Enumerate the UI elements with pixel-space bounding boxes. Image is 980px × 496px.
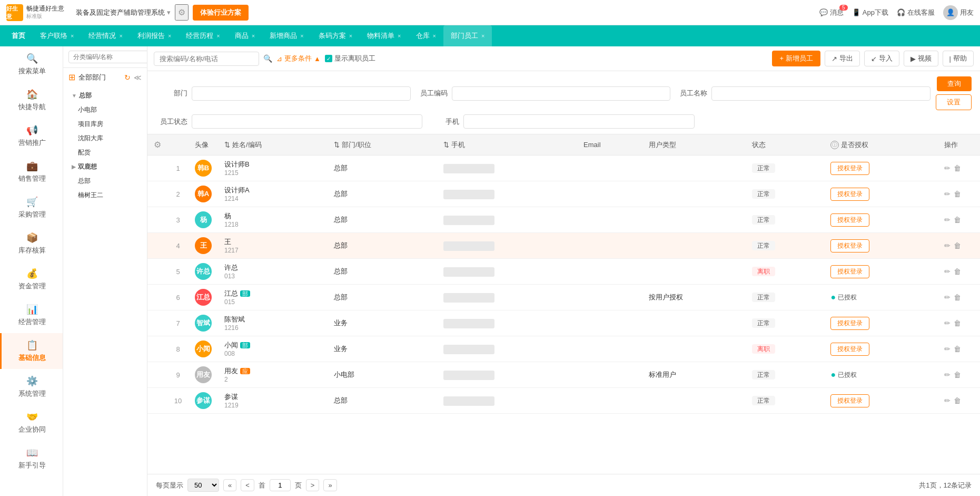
page-input[interactable]	[270, 479, 291, 491]
delete-button[interactable]: 🗑	[954, 267, 961, 276]
auth-button[interactable]: 授权登录	[830, 213, 869, 227]
prev-page-button[interactable]: <	[241, 479, 254, 491]
tab-goods[interactable]: 商品 ×	[227, 25, 262, 46]
sidebar-item-sales[interactable]: 💼 销售管理	[0, 154, 63, 190]
status-select[interactable]	[192, 114, 422, 129]
dept-node-xiangmukufang[interactable]: 项目库房	[63, 117, 147, 131]
show-resigned-toggle[interactable]: ✓ 显示离职员工	[325, 54, 375, 63]
emp-code-input[interactable]	[452, 86, 671, 101]
sidebar-item-finance[interactable]: 💰 资金管理	[0, 261, 63, 297]
close-icon[interactable]: ×	[300, 33, 303, 39]
close-icon[interactable]: ×	[481, 33, 484, 39]
dept-select[interactable]	[192, 86, 411, 101]
edit-button[interactable]: ✏	[944, 164, 951, 172]
delete-button[interactable]: 🗑	[954, 241, 961, 250]
online-service-button[interactable]: 🎧 在线客服	[897, 8, 935, 17]
tab-profit[interactable]: 利润报告 ×	[130, 25, 179, 46]
tab-bom[interactable]: 物料清单 ×	[360, 25, 408, 46]
dept-all-item[interactable]: ⊞ 全部部门 ↻ ≪	[63, 68, 147, 86]
auth-button[interactable]: 授权登录	[830, 265, 869, 278]
edit-button[interactable]: ✏	[944, 319, 951, 327]
dept-node-shuanglu[interactable]: ▶ 双鹿想	[63, 160, 147, 174]
dept-node-shenyangdaku[interactable]: 沈阳大库	[63, 131, 147, 145]
delete-button[interactable]: 🗑	[954, 293, 961, 302]
dept-node-xiaodibu[interactable]: 小电部	[63, 103, 147, 117]
tab-warehouse[interactable]: 仓库 ×	[409, 25, 443, 46]
dept-node-peihuo[interactable]: 配货	[63, 145, 147, 160]
edit-button[interactable]: ✏	[944, 345, 951, 353]
trial-button[interactable]: 体验行业方案	[193, 5, 249, 21]
edit-button[interactable]: ✏	[944, 216, 951, 224]
delete-button[interactable]: 🗑	[954, 345, 961, 353]
dept-node-zongbu-parent[interactable]: ▼ 总部	[63, 89, 147, 103]
export-button[interactable]: ↗ 导出	[825, 51, 860, 66]
close-icon[interactable]: ×	[398, 33, 401, 39]
delete-button[interactable]: 🗑	[954, 371, 961, 379]
phone-input[interactable]	[463, 114, 694, 129]
sidebar-item-enterprise[interactable]: 🤝 企业协同	[0, 405, 63, 441]
import-button[interactable]: ↙ 导入	[864, 51, 899, 66]
next-page-button[interactable]: >	[306, 479, 320, 491]
delete-button[interactable]: 🗑	[954, 164, 961, 172]
col-dept-header[interactable]: ⇅ 部门/职位	[328, 134, 437, 155]
sidebar-item-purchase[interactable]: 🛒 采购管理	[0, 190, 63, 226]
sidebar-item-inventory[interactable]: 📦 库存核算	[0, 226, 63, 261]
sidebar-item-basic[interactable]: 📋 基础信息	[0, 333, 63, 369]
filter-more-button[interactable]: ⊿ 更多条件 ▲	[276, 54, 321, 63]
sidebar-item-guide[interactable]: 📖 新手引导	[0, 441, 63, 476]
sidebar-item-marketing[interactable]: 📢 营销推广	[0, 118, 63, 154]
last-page-button[interactable]: »	[323, 479, 336, 491]
edit-button[interactable]: ✏	[944, 293, 951, 302]
sidebar-item-shortcut[interactable]: 🏠 快捷导航	[0, 82, 63, 118]
search-input[interactable]	[154, 52, 259, 66]
close-icon[interactable]: ×	[168, 33, 171, 39]
first-page-button[interactable]: «	[223, 479, 236, 491]
dept-node-zongbu-child[interactable]: 总部	[63, 174, 147, 188]
set-button[interactable]: 设置	[936, 94, 972, 110]
delete-button[interactable]: 🗑	[954, 319, 961, 327]
emp-name-input[interactable]	[711, 86, 930, 101]
tab-history[interactable]: 经营历程 ×	[179, 25, 227, 46]
auth-button[interactable]: 授权登录	[830, 394, 869, 407]
refresh-icon[interactable]: ↻	[124, 73, 131, 82]
settings-icon[interactable]: ⚙	[154, 140, 161, 149]
user-menu[interactable]: 👤 用友	[943, 5, 974, 20]
delete-button[interactable]: 🗑	[954, 396, 961, 405]
query-button[interactable]: 查询	[937, 76, 972, 91]
close-icon[interactable]: ×	[252, 33, 255, 39]
col-phone-header[interactable]: ⇅ 手机	[437, 134, 577, 155]
auth-button[interactable]: 授权登录	[830, 317, 869, 330]
auth-button[interactable]: 授权登录	[830, 239, 869, 252]
delete-button[interactable]: 🗑	[954, 190, 961, 198]
col-name-header[interactable]: ⇅ 姓名/编码	[218, 134, 328, 155]
close-icon[interactable]: ×	[71, 33, 74, 39]
settings-button[interactable]: ⚙	[175, 4, 189, 21]
edit-button[interactable]: ✏	[944, 267, 951, 276]
edit-button[interactable]: ✏	[944, 396, 951, 405]
tab-customer[interactable]: 客户联络 ×	[33, 25, 81, 46]
collapse-icon[interactable]: ≪	[134, 73, 142, 82]
search-button[interactable]: 🔍	[263, 54, 272, 63]
add-employee-button[interactable]: + 新增员工	[772, 51, 820, 66]
close-icon[interactable]: ×	[433, 33, 436, 39]
tab-add-goods[interactable]: 新增商品 ×	[262, 25, 311, 46]
view-button[interactable]: ▶ 视频	[904, 51, 938, 66]
sidebar-item-system[interactable]: ⚙️ 系统管理	[0, 369, 63, 405]
close-icon[interactable]: ×	[119, 33, 122, 39]
dept-node-nanshu[interactable]: 楠树王二	[63, 188, 147, 202]
chevron-down-icon[interactable]: ▾	[167, 8, 171, 16]
sidebar-item-operation[interactable]: 📊 经营管理	[0, 297, 63, 333]
tab-home[interactable]: 首页	[4, 25, 33, 46]
dept-search-input[interactable]	[68, 51, 147, 63]
page-size-select[interactable]: 50 20 100	[187, 479, 219, 492]
delete-button[interactable]: 🗑	[954, 216, 961, 224]
edit-button[interactable]: ✏	[944, 371, 951, 379]
message-button[interactable]: 💬 消息 5	[819, 8, 844, 17]
app-download-button[interactable]: 📱 App下载	[852, 8, 888, 17]
edit-button[interactable]: ✏	[944, 241, 951, 250]
edit-button[interactable]: ✏	[944, 190, 951, 198]
auth-button[interactable]: 授权登录	[830, 162, 869, 175]
tab-operation[interactable]: 经营情况 ×	[81, 25, 130, 46]
close-icon[interactable]: ×	[216, 33, 220, 39]
tab-barcode[interactable]: 条码方案 ×	[311, 25, 360, 46]
